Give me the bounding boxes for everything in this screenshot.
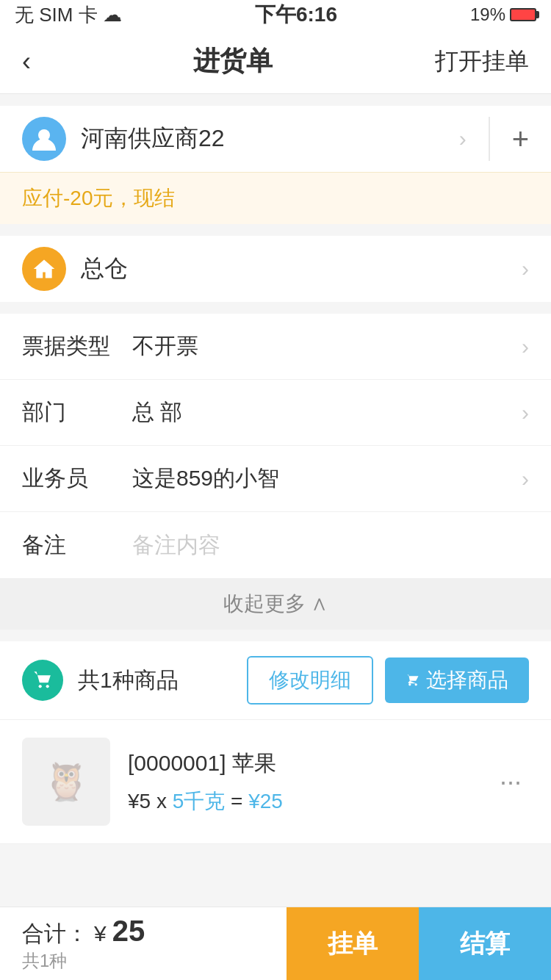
svg-point-1 xyxy=(39,685,42,688)
ticket-type-row[interactable]: 票据类型 不开票 › xyxy=(0,314,551,380)
form-section: 票据类型 不开票 › 部门 总 部 › 业务员 这是859的小智 › 备注 备注… xyxy=(0,314,551,578)
signal-text: 无 SIM 卡 ☁ xyxy=(15,2,122,28)
svg-point-2 xyxy=(46,685,49,688)
collapse-label: 收起更多 ∧ xyxy=(223,590,328,618)
modify-detail-button[interactable]: 修改明细 xyxy=(247,656,373,705)
remark-label: 备注 xyxy=(22,530,110,561)
supplier-name: 河南供应商22 xyxy=(81,123,459,155)
warehouse-name: 总仓 xyxy=(81,253,522,285)
gap-2 xyxy=(0,224,551,236)
status-left: 无 SIM 卡 ☁ xyxy=(15,2,122,28)
home-icon xyxy=(32,257,56,281)
supplier-arrow-icon: › xyxy=(459,126,467,151)
remark-input[interactable]: 备注内容 xyxy=(110,530,529,561)
product-count: 共1种商品 xyxy=(78,666,247,696)
product-more-button[interactable]: ··· xyxy=(492,759,529,804)
multiply-sign: x xyxy=(156,790,173,813)
cart-icon xyxy=(32,669,54,691)
ticket-type-arrow-icon: › xyxy=(522,334,529,359)
equals-sign: = xyxy=(231,790,248,813)
product-item: 🦉 [0000001] 苹果 ¥5 x 5千克 = ¥25 ··· xyxy=(0,720,551,844)
hang-button[interactable]: 挂单 xyxy=(287,907,419,981)
supplier-section[interactable]: 河南供应商22 › + xyxy=(0,106,551,172)
status-right: 19% xyxy=(470,4,536,25)
product-header: 共1种商品 修改明细 选择商品 xyxy=(0,641,551,720)
select-product-button[interactable]: 选择商品 xyxy=(385,657,529,703)
salesperson-label: 业务员 xyxy=(22,464,110,494)
product-name-text: 苹果 xyxy=(232,751,276,775)
status-time: 下午6:16 xyxy=(255,1,337,29)
warehouse-section[interactable]: 总仓 › xyxy=(0,236,551,302)
product-name: [0000001] 苹果 xyxy=(128,749,492,779)
total-label: 合计： xyxy=(22,919,88,949)
owl-logo-icon: 🦉 xyxy=(43,760,89,803)
warehouse-arrow-icon: › xyxy=(522,256,529,281)
gap-4 xyxy=(0,630,551,641)
total-main: 合计： ¥ 25 xyxy=(22,915,264,949)
department-label: 部门 xyxy=(22,397,110,428)
total-amount: 25 xyxy=(112,915,145,948)
product-code: [0000001] xyxy=(128,751,226,775)
salesperson-value: 这是859的小智 xyxy=(110,464,522,494)
checkout-button[interactable]: 结算 xyxy=(419,907,551,981)
notice-bar: 应付-20元，现结 xyxy=(0,172,551,224)
product-total: ¥25 xyxy=(248,790,283,813)
total-symbol: ¥ xyxy=(94,921,107,946)
product-price: ¥5 x 5千克 = ¥25 xyxy=(128,788,492,815)
gap-3 xyxy=(0,302,551,314)
gap-1 xyxy=(0,94,551,106)
salesperson-arrow-icon: › xyxy=(522,466,529,491)
supplier-avatar xyxy=(22,117,66,161)
product-thumbnail: 🦉 xyxy=(22,738,110,826)
ticket-type-value: 不开票 xyxy=(110,331,522,361)
product-info: [0000001] 苹果 ¥5 x 5千克 = ¥25 xyxy=(128,749,492,815)
status-bar: 无 SIM 卡 ☁ 下午6:16 19% xyxy=(0,0,551,29)
open-hang-button[interactable]: 打开挂单 xyxy=(435,46,529,78)
nav-bar: ‹ 进货单 打开挂单 xyxy=(0,29,551,94)
add-supplier-button[interactable]: + xyxy=(512,123,529,156)
remark-row[interactable]: 备注 备注内容 xyxy=(0,512,551,578)
battery-percent: 19% xyxy=(470,4,505,25)
page-title: 进货单 xyxy=(193,43,273,79)
bottom-bar: 合计： ¥ 25 共1种 挂单 结算 xyxy=(0,907,551,980)
back-button[interactable]: ‹ xyxy=(22,46,31,77)
battery-icon xyxy=(510,8,536,21)
collapse-bar[interactable]: 收起更多 ∧ xyxy=(0,578,551,630)
total-section: 合计： ¥ 25 共1种 xyxy=(0,915,287,973)
unit-price: ¥5 xyxy=(128,790,151,813)
product-qty: 5千克 xyxy=(173,790,226,813)
supplier-divider xyxy=(489,117,490,161)
department-value: 总 部 xyxy=(110,397,522,428)
total-sub: 共1种 xyxy=(22,949,264,973)
select-product-label: 选择商品 xyxy=(426,666,508,694)
warehouse-icon xyxy=(22,247,66,291)
person-icon xyxy=(31,126,57,152)
salesperson-row[interactable]: 业务员 这是859的小智 › xyxy=(0,446,551,512)
department-row[interactable]: 部门 总 部 › xyxy=(0,380,551,446)
department-arrow-icon: › xyxy=(522,400,529,425)
select-cart-icon xyxy=(406,673,420,688)
product-icon xyxy=(22,660,63,701)
ticket-type-label: 票据类型 xyxy=(22,331,110,361)
